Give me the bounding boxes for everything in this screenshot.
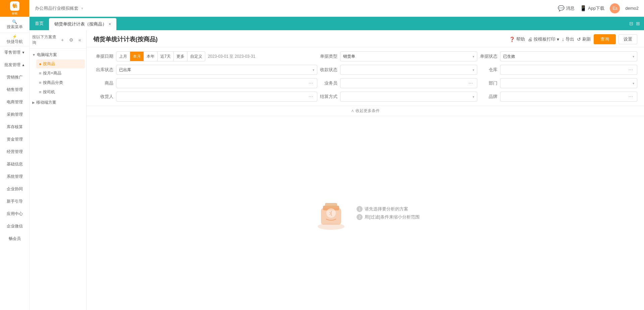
user-name[interactable]: demo2	[625, 6, 639, 11]
sidebar-item-appstore[interactable]: 应用中心	[0, 208, 29, 220]
refresh-btn[interactable]: ↺ 刷新	[577, 36, 591, 42]
receiver-label: 收货人	[93, 94, 116, 100]
receiver-control: ···	[116, 92, 317, 102]
sidebar-item-purchase[interactable]: 采购管理	[0, 108, 29, 121]
out-status-label: 出库状态	[93, 67, 116, 73]
sidebar-item-sales[interactable]: 销售管理	[0, 84, 29, 96]
sidebar-item-inventory[interactable]: 库存核算	[0, 121, 29, 133]
doc-status-dropdown[interactable]: 已生效 ▾	[500, 51, 637, 61]
message-label: 消息	[566, 5, 575, 11]
receive-status-label: 收款状态	[317, 67, 340, 73]
query-btn[interactable]: 查询	[594, 34, 616, 44]
sidebar: 畅 标账 🔍 搜索菜单 ⚡ 快捷导航 零售管理 ▼ 批发管理 ▲ 营销推广 销售…	[0, 0, 30, 310]
pc-group-header[interactable]: ▼ 电脑端方案	[30, 51, 86, 59]
warehouse-dots[interactable]: ···	[627, 67, 634, 73]
sidebar-item-operations[interactable]: 经营管理	[0, 146, 29, 158]
sidebar-item-wholesale[interactable]: 批发管理 ▲	[0, 59, 29, 71]
scheme-item-by-category[interactable]: ≡ 按商品分类	[36, 78, 85, 87]
export-btn[interactable]: ↓ 导出	[562, 36, 574, 42]
collapse-toggle[interactable]: ∧ 收起更多条件	[87, 106, 644, 116]
scheme-item-by-product[interactable]: ● 按商品	[36, 59, 85, 68]
date-label: 单据日期	[93, 53, 116, 59]
pc-group-label: 电脑端方案	[37, 52, 57, 58]
tip-num-2: 2	[357, 214, 363, 220]
out-status-dropdown[interactable]: 已出库 ▾	[116, 65, 317, 75]
sidebar-item-marketing[interactable]: 营销推广	[0, 71, 29, 84]
doc-type-dropdown[interactable]: 销货单 ▾	[340, 51, 477, 61]
collapse-panel-btn[interactable]: «	[76, 36, 84, 44]
sidebar-item-retail[interactable]: 零售管理 ▼	[0, 46, 29, 59]
empty-state: :( 1 请先选择要分析的方案 2 用[过滤]条件来缩小分析范围	[87, 116, 644, 310]
sidebar-item-basic[interactable]: 基础信息	[0, 158, 29, 170]
tab-home[interactable]: 首页	[30, 17, 49, 30]
receive-status-dropdown[interactable]: ▾	[340, 65, 477, 75]
export-label: 导出	[566, 36, 574, 42]
basic-label: 基础信息	[7, 161, 23, 167]
inventory-label: 库存核算	[7, 124, 23, 130]
date-range-text: 2023-03-01 至 2023-03-31	[208, 54, 255, 59]
tab-active[interactable]: 销货单统计计表（按商品） ×	[49, 18, 116, 30]
sidebar-item-member[interactable]: 畅会员	[0, 232, 29, 245]
print-btn[interactable]: 🖨 按模板打印 ▾	[528, 36, 559, 42]
right-panel: 销货单统计计表(按商品) ❓ 帮助 🖨 按模板打印 ▾ ↓ 导出	[87, 30, 644, 310]
search-menu-btn[interactable]: 🔍 搜索菜单	[0, 17, 29, 33]
date-btn-7days[interactable]: 近7天	[158, 52, 174, 61]
sidebar-item-wechat[interactable]: 企业微信	[0, 220, 29, 232]
chevron-down-icon: ▼	[22, 51, 25, 54]
receiver-dots[interactable]: ···	[307, 94, 314, 100]
salesperson-dropdown[interactable]: ···	[340, 78, 477, 88]
tab-maximize-icon[interactable]: ⊞	[636, 21, 640, 26]
receiver-dropdown[interactable]: ···	[116, 92, 317, 102]
sidebar-item-finance[interactable]: 资金管理	[0, 133, 29, 146]
sidebar-item-cooperation[interactable]: 企业协同	[0, 183, 29, 195]
quick-nav-btn[interactable]: ⚡ 快捷导航	[0, 33, 29, 46]
tab-minimize-icon[interactable]: ⊟	[629, 21, 633, 26]
app-logo[interactable]: 畅 标账	[0, 0, 29, 17]
app-download-btn[interactable]: 📱 App下载	[580, 5, 604, 11]
warehouse-dropdown[interactable]: ···	[500, 65, 637, 75]
date-btn-more[interactable]: 更多	[174, 52, 187, 61]
refresh-icon: ↺	[577, 37, 581, 42]
pc-group-arrow: ▼	[32, 53, 36, 57]
warehouse-control: ···	[500, 65, 637, 75]
logo-icon: 畅	[10, 1, 19, 11]
tab-close-icon[interactable]: ×	[109, 22, 111, 27]
dept-dropdown[interactable]: ▾	[500, 78, 637, 88]
sidebar-item-ecommerce[interactable]: 电商管理	[0, 96, 29, 108]
product-dropdown[interactable]: ···	[116, 78, 317, 88]
mobile-group-header[interactable]: ▶ 移动端方案	[30, 98, 86, 107]
empty-tips: 1 请先选择要分析的方案 2 用[过滤]条件来缩小分析范围	[357, 206, 419, 220]
settlement-dropdown[interactable]: ▾	[340, 92, 477, 102]
sidebar-item-system[interactable]: 系统管理	[0, 170, 29, 183]
salesperson-dots[interactable]: ···	[467, 80, 474, 86]
help-btn[interactable]: ❓ 帮助	[509, 36, 525, 42]
date-btn-this-month[interactable]: 本月	[130, 52, 144, 61]
out-status-control: 已出库 ▾	[116, 65, 317, 75]
scheme-item-label: 按商品分类	[43, 80, 63, 86]
product-label: 商品	[93, 80, 116, 86]
out-status-arrow: ▾	[313, 68, 314, 72]
filter-row-4: 收货人 ··· 结算方式 ▾	[93, 92, 637, 102]
product-control: ···	[116, 78, 317, 88]
date-btn-last-month[interactable]: 上月	[116, 52, 130, 61]
salesperson-label: 业务员	[317, 80, 340, 86]
product-dots[interactable]: ···	[307, 80, 314, 86]
scheme-item-by-sku[interactable]: ≡ 按司机	[36, 88, 85, 97]
date-btn-this-year[interactable]: 本年	[144, 52, 158, 61]
settings-btn[interactable]: 设置	[619, 34, 637, 44]
main-area: 办公用品行业模拟账套 ▾ 💬 消息 📱 App下载 Ea demo2 首页 销货…	[30, 0, 644, 310]
date-btn-custom[interactable]: 自定义	[187, 52, 205, 61]
message-btn[interactable]: 💬 消息	[558, 5, 575, 11]
scheme-item-by-month-product[interactable]: ≡ 按月+商品	[36, 69, 85, 78]
salesperson-control: ···	[340, 78, 477, 88]
brand-dropdown[interactable]: ···	[500, 92, 637, 102]
tip-num-1: 1	[357, 206, 363, 212]
brand-dots[interactable]: ···	[627, 94, 634, 100]
user-avatar[interactable]: Ea	[610, 3, 620, 13]
sales-label: 销售管理	[7, 87, 23, 93]
mobile-group-arrow: ▶	[32, 101, 35, 104]
sidebar-item-newbie[interactable]: 新手引导	[0, 195, 29, 208]
settings-scheme-btn[interactable]: ⚙	[67, 36, 75, 44]
scheme-item-label: 按商品	[43, 61, 55, 67]
add-scheme-btn[interactable]: +	[59, 36, 66, 44]
